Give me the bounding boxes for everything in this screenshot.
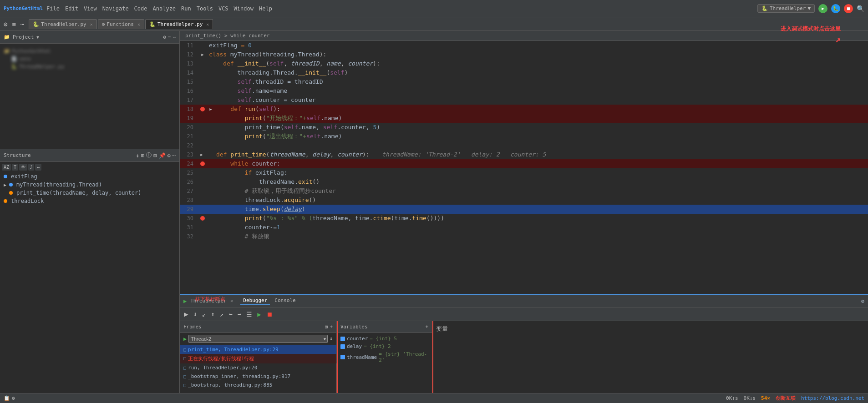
menu-file[interactable]: File [46,5,60,12]
menu-code[interactable]: Code [134,5,147,12]
sort-alpha-btn[interactable]: AZ [2,164,11,171]
code-area[interactable]: 11 exitFlag = 0 12 ▶ class myThread(thre… [180,41,868,294]
structure-icon[interactable]: 📋 [4,395,10,401]
menu-run[interactable]: Run [181,5,191,12]
menu-help[interactable]: Help [259,5,272,12]
debug-run-btn[interactable]: ▶ [255,309,263,319]
toolbar-more[interactable]: ⋯ [19,20,26,29]
net-upload-speed: 0K↑s [726,395,738,401]
stop-button[interactable]: ■ [844,4,853,13]
breakpoint-30[interactable] [200,216,205,221]
sort-visibility-btn[interactable]: 👁 [19,164,27,171]
project-dropdown-icon[interactable]: ▼ [36,35,39,40]
structure-pin-icon[interactable]: 📌 [159,152,166,159]
toolbar-settings[interactable]: ⚙ [2,20,9,29]
step-over-btn[interactable]: ▶ [182,308,191,320]
frames-btn[interactable]: ➡ [235,309,244,319]
menu-edit[interactable]: Edit [65,5,78,12]
struct-item-exitflag[interactable]: exitFlag [2,172,178,181]
sort-inherited-btn[interactable]: ⤴ [28,164,34,171]
search-everywhere-button[interactable]: 🔍 [857,5,864,12]
more-debug-btn[interactable]: ☰ [244,309,254,319]
step-into-btn[interactable]: ⬇ [191,309,199,319]
code-line-12: 12 ▶ class myThread(threading.Thread): [180,50,868,59]
vars-add-icon[interactable]: + [425,324,428,330]
tab-threadhelper-active[interactable]: 🐍 ThreadHelper.py ✕ [145,19,213,29]
run-config-selector[interactable]: 🐍 ThreadHelper ▼ [757,4,815,13]
structure-sort-icon[interactable]: ↕ [136,152,139,159]
struct-printtime-label: print_time(threadName, delay, counter) [16,190,142,196]
structure-collapse-icon[interactable]: ⊟ [153,152,157,159]
structure-expand-icon[interactable]: ⊞ [141,152,144,159]
code-line-11: 11 exitFlag = 0 [180,41,868,50]
execution-breadcrumb: print_time() > while counter [180,31,868,41]
debug-stop-btn[interactable]: ⏹ [264,309,275,319]
frame-item-bootstrap-inner[interactable]: □ _bootstrap_inner, threading.py:917 [180,372,336,381]
sort-type-btn[interactable]: T [12,164,18,171]
evaluate-btn[interactable]: ⬅ [226,309,234,319]
debug-button[interactable]: 🐛 [831,4,840,13]
frames-panel: Frames ⊞ + ▶ Thread-2 Thread-1 [180,321,337,403]
debug-settings-icon[interactable]: ⚙ [861,298,864,304]
sort-expand-btn[interactable]: ↔ [35,164,41,171]
run-to-cursor-btn[interactable]: ↗ [218,309,226,319]
code-line-18: 18 ▶ def run(self): [180,105,868,114]
var-threadname: threadName = {str} 'Thread-2' [339,350,430,364]
project-more-icon[interactable]: ⋯ [173,34,176,40]
tab-threadhelper-1[interactable]: 🐍 ThreadHelper.py ✕ [29,19,96,29]
code-line-15: 15 self.threadID = threadID [180,77,868,86]
menu-navigate[interactable]: Navigate [102,5,129,12]
breakpoint-24[interactable] [200,161,205,166]
menu-window[interactable]: Window [234,5,254,12]
structure-settings-icon[interactable]: ⓘ [146,151,152,159]
debug-content: Frames ⊞ + ▶ Thread-2 Thread-1 [180,321,868,403]
tab-functions[interactable]: ⚙ Functions ✕ [98,19,144,29]
step-out-btn[interactable]: ⬆ [209,309,217,319]
frame-item-printtime[interactable]: □ print_time, ThreadHelper.py:29 [180,345,336,354]
debugger-tab[interactable]: Debugger [240,297,270,305]
frames-list: □ print_time, ThreadHelper.py:29 □ 正在执行线… [180,345,336,393]
settings-icon-status[interactable]: ⚙ [12,395,15,401]
struct-item-threadlock[interactable]: threadLock [2,197,178,205]
menu-vcs[interactable]: VCS [218,5,228,12]
project-expand-icon[interactable]: 📁 [4,34,10,40]
csdn-url[interactable]: https://blog.csdn.net [801,395,864,401]
code-line-22: 22 [180,141,868,150]
code-line-30: 30 print("%s : %s" % (threadName, time.c… [180,214,868,223]
menu-tools[interactable]: Tools [197,5,213,12]
frame-item-run-thread[interactable]: □ 正在执行线程/执行线程1行程 [180,354,336,363]
menu-view[interactable]: View [84,5,97,12]
frame-icon-2: □ [183,356,186,361]
struct-item-mythread[interactable]: ▶ myThread(threading.Thread) [2,181,178,189]
frames-add-icon[interactable]: + [330,324,333,330]
structure-more-icon[interactable]: ⋯ [173,152,176,159]
structure-config-icon[interactable]: ⚙ [168,152,171,159]
debug-top-bar: ▶ ThreadHelper ✕ Debugger Console ⚙ [180,295,868,307]
variables-panel: Variables + counter = {int} 5 [337,321,432,403]
frame-label-5: _bootstrap, threading.py:885 [188,382,272,388]
run-button[interactable]: ▶ [818,4,827,13]
step-into-source-btn[interactable]: ↙ [200,309,208,319]
breakpoint-18[interactable] [200,107,205,111]
frame-icon-3: □ [183,365,186,370]
frames-scroll-down-icon[interactable]: ⬇ [330,336,333,342]
debug-close-icon[interactable]: ✕ [230,298,233,304]
struct-item-printtime[interactable]: print_time(threadName, delay, counter) [2,189,178,197]
variables-title: Variables [340,324,368,330]
frame-item-bootstrap[interactable]: □ _bootstrap, threading.py:885 [180,381,336,389]
project-config-icon[interactable]: ≡ [168,34,171,40]
frame-item-run[interactable]: □ run, ThreadHelper.py:20 [180,363,336,372]
project-settings-icon[interactable]: ⚙ [163,34,166,40]
thread-selector[interactable]: Thread-2 Thread-1 MainThread [188,335,328,343]
project-panel-header: 📁 Project ▼ ⚙ ≡ ⋯ [0,31,179,44]
console-tab[interactable]: Console [272,297,298,305]
tab-close-active[interactable]: ✕ [206,22,209,27]
app-logo: PythonGetHtml [4,5,43,11]
frame-label-2: 正在执行线程/执行线程1行程 [188,355,254,362]
frames-expand-icon[interactable]: ⊞ [325,324,328,330]
tab-close-functions[interactable]: ✕ [137,22,140,27]
tab-close-1[interactable]: ✕ [90,22,93,27]
run-config-icon: 🐍 [761,5,768,11]
toolbar-list[interactable]: ≡ [10,20,17,29]
menu-analyze[interactable]: Analyze [153,5,176,12]
